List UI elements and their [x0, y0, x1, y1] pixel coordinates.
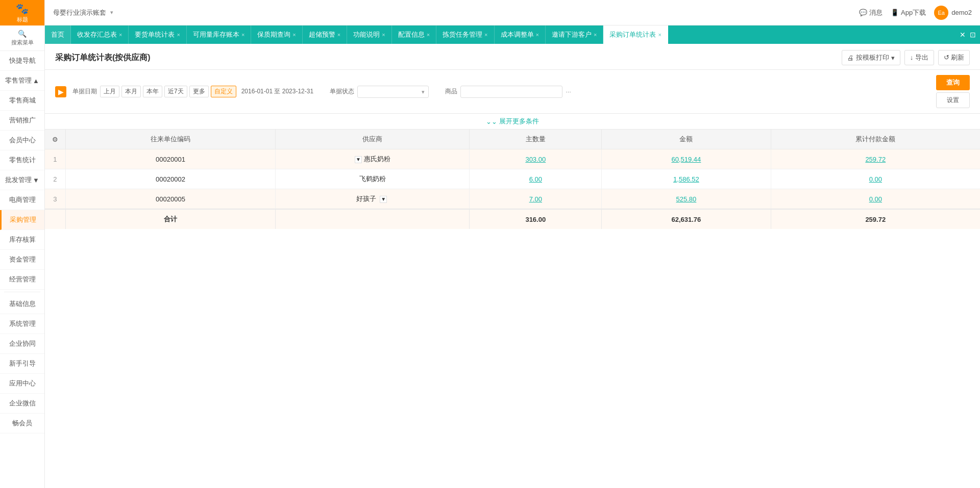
refresh-button[interactable]: ↺ 刷新	[938, 50, 970, 65]
close-tab-available-stock[interactable]: ×	[241, 32, 244, 38]
close-tab-cost-adjust[interactable]: ×	[536, 32, 539, 38]
sidebar-item-inventory[interactable]: 库存核算	[0, 230, 44, 250]
close-tab-expiry-query[interactable]: ×	[292, 32, 296, 38]
filter-date-group: 单据日期 上月 本月 本年 近7天 更多 自定义 2016-01-01 至 20…	[72, 86, 313, 97]
close-tab-receive-summary[interactable]: ×	[119, 32, 122, 38]
app-download-button[interactable]: 📱 App下载	[891, 8, 926, 17]
sidebar-item-marketing[interactable]: 营销推广	[0, 111, 44, 131]
row-1-main-qty[interactable]: 303.00	[470, 149, 602, 169]
row-3-amount[interactable]: 525.80	[602, 189, 771, 210]
sidebar-item-finance[interactable]: 资金管理	[0, 250, 44, 270]
sidebar-item-member[interactable]: 会员中心	[0, 131, 44, 150]
logo-icon: 🐾	[16, 3, 29, 15]
row-3-expand-icon[interactable]: ▼	[380, 196, 387, 203]
sidebar-item-app-center[interactable]: 应用中心	[0, 374, 44, 394]
row-3-main-qty[interactable]: 7.00	[470, 189, 602, 210]
workspace-selector[interactable]: 母婴行业演示账套 ▾	[53, 8, 113, 17]
tab-home[interactable]: 首页	[45, 25, 71, 44]
footer-empty-2	[276, 209, 470, 229]
page-title: 采购订单统计表(按供应商)	[55, 53, 151, 63]
close-tab-purchase-stats[interactable]: ×	[658, 32, 661, 38]
tab-function-desc[interactable]: 功能说明 ×	[347, 25, 391, 44]
row-1-expand-icon[interactable]: ▼	[355, 156, 362, 163]
date-btn-custom[interactable]: 自定义	[211, 86, 236, 97]
tab-expiry-query[interactable]: 保质期查询 ×	[251, 25, 302, 44]
sidebar-item-member-benefit[interactable]: 畅会员	[0, 414, 44, 433]
row-3-seq: 3	[45, 189, 65, 210]
table-row: 2 00020002 飞鹤奶粉 6.00 1,586.52 0.00	[45, 169, 980, 189]
tab-pick-task[interactable]: 拣货任务管理 ×	[436, 25, 494, 44]
sidebar-item-ecommerce[interactable]: 电商管理	[0, 190, 44, 210]
workspace-name: 母婴行业演示账套	[53, 8, 106, 17]
sidebar: 🐾 标题 🔍 搜索菜单 快捷导航 零售管理 ▲ 零售商城 营销推广 会员中心 零…	[0, 0, 45, 488]
expand-more-button[interactable]: ⌄⌄ 展开更多条件	[486, 117, 539, 126]
date-label: 单据日期	[72, 87, 97, 96]
close-tab-config-info[interactable]: ×	[427, 32, 430, 38]
sidebar-item-basic-info[interactable]: 基础信息	[0, 294, 44, 314]
sidebar-item-retail[interactable]: 零售管理 ▲	[0, 71, 44, 91]
user-profile[interactable]: Ea demo2	[934, 6, 972, 20]
close-all-tabs-icon[interactable]: ✕	[960, 31, 966, 39]
col-paid-amount: 累计付款金额	[771, 130, 980, 149]
row-1-supplier: ▼惠氏奶粉	[276, 149, 470, 169]
template-print-button[interactable]: 🖨 按模板打印 ▾	[842, 50, 900, 65]
close-tab-function-desc[interactable]: ×	[382, 32, 385, 38]
tab-receive-summary[interactable]: 收发存汇总表 ×	[71, 25, 129, 44]
table-body: 1 00020001 ▼惠氏奶粉 303.00 60,519.44 259.72…	[45, 149, 980, 210]
row-2-seq: 2	[45, 169, 65, 189]
sidebar-item-purchase[interactable]: 采购管理	[0, 210, 44, 230]
close-tab-overstock-warning[interactable]: ×	[337, 32, 340, 38]
col-supplier: 供应商	[276, 130, 470, 149]
close-tab-invite-downstream[interactable]: ×	[594, 32, 597, 38]
sidebar-item-new-guide[interactable]: 新手引导	[0, 354, 44, 374]
row-1-amount[interactable]: 60,519.44	[602, 149, 771, 169]
filter-toggle-button[interactable]: ▶	[55, 86, 66, 97]
row-1-paid-amount[interactable]: 259.72	[771, 149, 980, 169]
col-amount: 金额	[602, 130, 771, 149]
export-button[interactable]: ↓ 导出	[904, 50, 934, 65]
tab-overstock-warning[interactable]: 超储预警 ×	[303, 25, 347, 44]
sidebar-item-retail-shop[interactable]: 零售商城	[0, 91, 44, 111]
sidebar-item-retail-stats[interactable]: 零售统计	[0, 150, 44, 170]
row-3-paid-amount[interactable]: 0.00	[771, 189, 980, 210]
col-settings[interactable]: ⚙	[45, 130, 65, 149]
tab-cost-adjust[interactable]: 成本调整单 ×	[495, 25, 546, 44]
page-header-actions: 🖨 按模板打印 ▾ ↓ 导出 ↺ 刷新	[842, 50, 970, 65]
date-btn-more[interactable]: 更多	[189, 86, 209, 97]
page-header: 采购订单统计表(按供应商) 🖨 按模板打印 ▾ ↓ 导出 ↺ 刷新	[45, 44, 980, 70]
date-btn-this-month[interactable]: 本月	[121, 86, 141, 97]
workspace-dropdown-icon: ▾	[110, 9, 113, 16]
goods-input[interactable]	[460, 86, 562, 98]
sidebar-item-wholesale[interactable]: 批发管理 ▼	[0, 170, 44, 190]
date-btn-7days[interactable]: 近7天	[164, 86, 187, 97]
tab-invite-downstream[interactable]: 邀请下游客户 ×	[546, 25, 603, 44]
tab-goods-stats[interactable]: 要货单统计表 ×	[129, 25, 186, 44]
main-area: 母婴行业演示账套 ▾ 💬 消息 📱 App下载 Ea demo2 首页 收发存汇…	[45, 0, 980, 488]
row-1-unit-code: 00020001	[65, 149, 276, 169]
sidebar-item-search[interactable]: 🔍 搜索菜单	[0, 25, 44, 51]
sidebar-item-enterprise-wx[interactable]: 企业微信	[0, 394, 44, 414]
sidebar-item-system[interactable]: 系统管理	[0, 314, 44, 334]
goods-more-icon[interactable]: ···	[566, 88, 571, 95]
query-button[interactable]: 查询	[936, 75, 970, 90]
row-2-amount[interactable]: 1,586.52	[602, 169, 771, 189]
tab-purchase-stats[interactable]: 采购订单统计表 ×	[603, 25, 668, 44]
date-btn-this-year[interactable]: 本年	[143, 86, 162, 97]
row-2-paid-amount[interactable]: 0.00	[771, 169, 980, 189]
sidebar-item-quick-nav[interactable]: 快捷导航	[0, 51, 44, 71]
status-select[interactable]	[357, 86, 429, 98]
tab-config-info[interactable]: 配置信息 ×	[392, 25, 436, 44]
restore-tabs-icon[interactable]: ⊡	[970, 31, 976, 39]
row-2-main-qty[interactable]: 6.00	[470, 169, 602, 189]
sidebar-item-enterprise[interactable]: 企业协同	[0, 334, 44, 354]
date-btn-last-month[interactable]: 上月	[100, 86, 119, 97]
sidebar-item-operations[interactable]: 经营管理	[0, 270, 44, 290]
close-tab-pick-task[interactable]: ×	[484, 32, 487, 38]
close-tab-goods-stats[interactable]: ×	[177, 32, 180, 38]
table-header-row: ⚙ 往来单位编码 供应商 主数量 金额 累计付款金额	[45, 130, 980, 149]
tab-available-stock[interactable]: 可用量库存账本 ×	[187, 25, 251, 44]
message-icon: 💬	[859, 9, 867, 16]
settings-button[interactable]: 设置	[936, 92, 970, 108]
export-icon: ↓	[910, 54, 914, 61]
message-button[interactable]: 💬 消息	[859, 8, 883, 17]
